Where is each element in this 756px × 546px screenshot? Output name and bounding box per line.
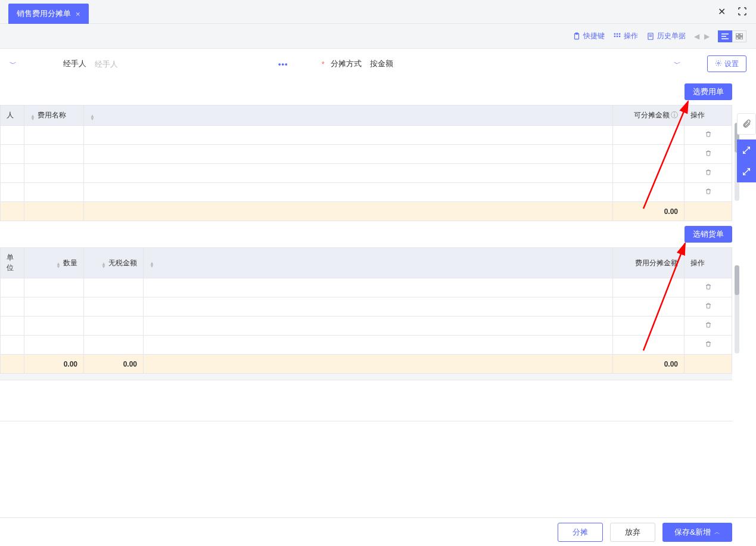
table-row[interactable] xyxy=(1,278,732,297)
method-label: 分摊方式 xyxy=(331,58,362,69)
sort-icon: ▲▼ xyxy=(101,262,106,268)
page-tab[interactable]: 销售费用分摊单 × xyxy=(8,4,89,24)
handler-input[interactable] xyxy=(95,60,273,69)
col-blank[interactable]: ▲▼ xyxy=(84,106,613,126)
svg-rect-3 xyxy=(617,33,618,34)
doc-icon xyxy=(646,32,655,41)
list-view-button[interactable] xyxy=(718,30,732,42)
trash-icon[interactable] xyxy=(705,150,712,159)
sales-table: 单位 ▲▼数量 ▲▼无税金额 ▲▼ 费用分摊金额 操作 0.0 xyxy=(0,247,732,374)
clipboard-icon xyxy=(573,32,581,41)
svg-rect-16 xyxy=(736,37,739,39)
expense-table: 人 ▲▼费用名称 ▲▼ 可分摊金额ⓘ 操作 0.00 xyxy=(0,105,732,221)
svg-rect-15 xyxy=(740,33,743,36)
trash-icon[interactable] xyxy=(705,303,712,311)
history-pager: ◀ ▶ xyxy=(694,32,710,41)
col-actions: 操作 xyxy=(685,106,732,126)
table-row[interactable] xyxy=(1,164,732,183)
svg-point-18 xyxy=(718,62,720,64)
operate-button[interactable]: 操作 xyxy=(613,31,638,41)
col-unit[interactable]: 单位 xyxy=(1,248,24,278)
col-allocatable-amount[interactable]: 可分摊金额ⓘ xyxy=(613,106,685,126)
method-value[interactable]: 按金额 xyxy=(370,58,669,69)
trash-icon[interactable] xyxy=(705,188,712,197)
svg-rect-4 xyxy=(619,33,620,34)
remarks-panel[interactable] xyxy=(0,380,732,421)
shortcut-label: 快捷键 xyxy=(583,31,605,41)
grid-icon xyxy=(613,32,621,41)
total-alloc: 0.00 xyxy=(613,355,685,374)
handler-label: 经手人 xyxy=(63,58,86,69)
sort-icon: ▲▼ xyxy=(56,262,61,268)
tab-close-icon[interactable]: × xyxy=(76,10,80,18)
svg-rect-7 xyxy=(619,35,620,36)
svg-rect-14 xyxy=(736,33,739,36)
chevron-down-icon[interactable]: ﹀ xyxy=(10,59,17,69)
prev-icon[interactable]: ◀ xyxy=(694,32,699,41)
settings-label: 设置 xyxy=(724,59,739,69)
required-mark: * xyxy=(322,60,325,69)
col-actions2: 操作 xyxy=(685,248,732,278)
allocate-button[interactable]: 分摊 xyxy=(558,523,603,542)
svg-rect-5 xyxy=(614,35,615,36)
total-amt: 0.00 xyxy=(84,355,144,374)
col-person[interactable]: 人 xyxy=(1,106,24,126)
table-row[interactable] xyxy=(1,317,732,336)
expand-out-button[interactable] xyxy=(737,139,756,161)
toolbar: 快捷键 操作 历史单据 ◀ ▶ xyxy=(0,24,756,49)
sort-icon: ▲▼ xyxy=(30,114,35,120)
help-icon[interactable]: ⓘ xyxy=(671,111,678,119)
sort-icon: ▲▼ xyxy=(150,262,154,268)
svg-rect-6 xyxy=(617,35,618,36)
sort-icon: ▲▼ xyxy=(90,114,95,120)
settings-button[interactable]: 设置 xyxy=(707,55,746,72)
total-allocatable: 0.00 xyxy=(613,202,685,221)
discard-button[interactable]: 放弃 xyxy=(610,523,655,542)
totals-row: 0.00 xyxy=(1,202,732,221)
select-expense-button[interactable]: 选费用单 xyxy=(685,83,732,100)
card-view-button[interactable] xyxy=(732,30,746,42)
next-icon[interactable]: ▶ xyxy=(704,32,710,41)
table-row[interactable] xyxy=(1,297,732,317)
col-expense-name[interactable]: ▲▼费用名称 xyxy=(24,106,84,126)
trash-icon[interactable] xyxy=(705,169,712,178)
gear-icon xyxy=(715,60,722,69)
more-icon[interactable]: ••• xyxy=(278,60,288,69)
method-chevron-down-icon[interactable]: ﹀ xyxy=(674,59,681,69)
trash-icon[interactable] xyxy=(705,341,712,349)
table-row[interactable] xyxy=(1,183,732,202)
form-row: ﹀ 经手人 ••• * 分摊方式 按金额 ﹀ 设置 xyxy=(0,49,756,79)
col-amt-notax[interactable]: ▲▼无税金额 xyxy=(84,248,144,278)
operate-label: 操作 xyxy=(624,31,638,41)
col-alloc-amt[interactable]: 费用分摊金额 xyxy=(613,248,685,278)
chevron-up-icon: ︿ xyxy=(714,528,720,536)
history-label: 历史单据 xyxy=(657,31,686,41)
trash-icon[interactable] xyxy=(705,322,712,330)
page-tab-title: 销售费用分摊单 xyxy=(17,8,71,19)
save-label: 保存&新增 xyxy=(674,527,711,538)
close-icon[interactable]: ✕ xyxy=(718,6,727,15)
attachment-button[interactable] xyxy=(737,113,756,135)
totals-row: 0.00 0.00 0.00 xyxy=(1,355,732,374)
total-qty: 0.00 xyxy=(24,355,84,374)
trash-icon[interactable] xyxy=(705,131,712,139)
select-sales-button[interactable]: 选销货单 xyxy=(685,226,732,243)
expand-in-button[interactable] xyxy=(737,161,756,182)
col-blank2[interactable]: ▲▼ xyxy=(144,248,613,278)
fullscreen-icon[interactable] xyxy=(737,6,748,17)
scrollbar[interactable] xyxy=(735,265,739,353)
svg-rect-2 xyxy=(614,33,615,34)
trash-icon[interactable] xyxy=(705,284,712,292)
table-row[interactable] xyxy=(1,145,732,164)
svg-rect-17 xyxy=(740,37,743,39)
shortcut-button[interactable]: 快捷键 xyxy=(573,31,605,41)
history-button[interactable]: 历史单据 xyxy=(646,31,686,41)
footer: 分摊 放弃 保存&新增 ︿ xyxy=(0,517,756,546)
table-row[interactable] xyxy=(1,336,732,355)
table-row[interactable] xyxy=(1,126,732,145)
save-and-new-button[interactable]: 保存&新增 ︿ xyxy=(662,523,732,542)
col-qty[interactable]: ▲▼数量 xyxy=(24,248,84,278)
